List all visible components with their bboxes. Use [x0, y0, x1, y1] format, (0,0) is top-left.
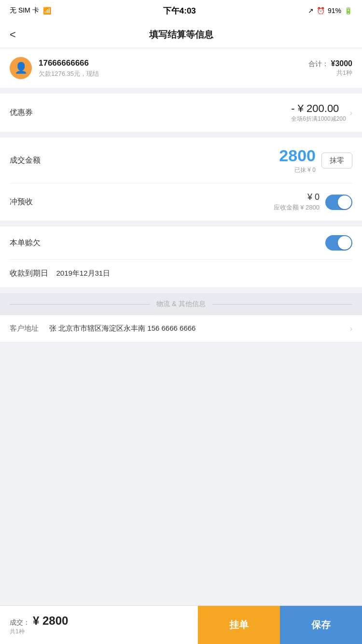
battery-level: 91% — [328, 7, 341, 14]
status-right: ↗ ⏰ 91% 🔋 — [308, 7, 352, 14]
address-value: 张 北京市市辖区海淀区永丰南 156 6666 6666 — [43, 324, 350, 333]
deal-amount-section: 成交金额 2800 已抹 ¥ 0 抹零 冲预收 ¥ 0 应收金额 ¥ 2800 — [0, 138, 362, 221]
customer-total-amount: ¥3000 — [331, 59, 353, 68]
address-card[interactable]: 客户地址 张 北京市市辖区海淀区永丰南 156 6666 6666 › — [0, 315, 362, 342]
customer-info: 17666666666 欠款1276.35元，现结 — [39, 58, 99, 78]
bottom-bar: 成交： ¥ 2800 共1种 挂单 保存 — [0, 605, 362, 644]
page-title: 填写结算等信息 — [149, 28, 213, 41]
deal-amount-sub: 已抹 ¥ 0 — [279, 166, 316, 174]
sim-status: 无 SIM 卡 — [10, 6, 39, 15]
round-zero-button[interactable]: 抹零 — [321, 153, 352, 168]
avatar: 👤 — [10, 57, 32, 79]
debt-section: 本单赊欠 收款到期日 2019年12月31日 — [0, 226, 362, 287]
bottom-deal-label: 成交： — [10, 618, 30, 627]
due-date-label: 收款到期日 2019年12月31日 — [10, 268, 110, 279]
due-date-row: 收款到期日 2019年12月31日 — [10, 260, 352, 287]
coupon-label: 优惠券 — [10, 108, 33, 118]
customer-count: 共1种 — [308, 69, 352, 77]
customer-card: 👤 17666666666 欠款1276.35元，现结 合计： ¥3000 共1… — [0, 48, 362, 88]
status-bar: 无 SIM 卡 📶 下午4:03 ↗ ⏰ 91% 🔋 — [0, 0, 362, 21]
customer-total-label: 合计： — [308, 60, 329, 68]
wifi-icon: 📶 — [43, 7, 51, 14]
due-date-value: 2019年12月31日 — [56, 269, 110, 277]
spacer — [0, 342, 362, 409]
chong-precollect-right: ¥ 0 应收金额 ¥ 2800 — [274, 192, 352, 212]
customer-phone: 17666666666 — [39, 58, 99, 68]
deal-amount-right: 2800 已抹 ¥ 0 抹零 — [279, 146, 352, 174]
deal-amount-row: 成交金额 2800 已抹 ¥ 0 抹零 — [10, 138, 352, 183]
avatar-icon: 👤 — [14, 62, 28, 74]
status-left: 无 SIM 卡 📶 — [10, 6, 51, 15]
debt-right — [325, 235, 352, 251]
battery-icon: 🔋 — [344, 7, 352, 14]
customer-left: 👤 17666666666 欠款1276.35元，现结 — [10, 57, 99, 79]
chong-toggle[interactable] — [325, 195, 352, 210]
content-area: 👤 17666666666 欠款1276.35元，现结 合计： ¥3000 共1… — [0, 48, 362, 453]
status-time: 下午4:03 — [163, 5, 196, 16]
deal-amount-label: 成交金额 — [10, 155, 41, 166]
alarm-icon: ⏰ — [317, 7, 325, 14]
address-chevron-icon: › — [350, 324, 352, 333]
address-label: 客户地址 — [10, 324, 43, 333]
coupon-discount: - ¥ 200.00 — [291, 102, 346, 115]
customer-debt: 欠款1276.35元，现结 — [39, 70, 99, 78]
divider-line-left — [10, 304, 150, 305]
location-icon: ↗ — [308, 7, 314, 14]
customer-right: 合计： ¥3000 共1种 — [308, 59, 352, 77]
bottom-total-row: 成交： ¥ 2800 — [10, 614, 188, 628]
chong-values: ¥ 0 应收金额 ¥ 2800 — [274, 192, 320, 212]
coupon-right: - ¥ 200.00 全场6折满1000减200 › — [291, 102, 352, 123]
logistics-divider: 物流 & 其他信息 — [0, 293, 362, 315]
bottom-deal-amount: ¥ 2800 — [33, 614, 68, 628]
chong-sub: 应收金额 ¥ 2800 — [274, 203, 320, 212]
debt-row: 本单赊欠 — [10, 226, 352, 260]
back-button[interactable]: < — [10, 28, 16, 41]
nav-bar: < 填写结算等信息 — [0, 21, 362, 48]
logistics-divider-text: 物流 & 其他信息 — [156, 300, 205, 308]
bottom-count: 共1种 — [10, 628, 188, 636]
toggle-circle — [338, 196, 351, 209]
hang-order-button[interactable]: 挂单 — [198, 606, 280, 644]
coupon-desc: 全场6折满1000减200 — [291, 115, 346, 123]
chong-amount: ¥ 0 — [307, 192, 320, 202]
coupon-row[interactable]: 优惠券 - ¥ 200.00 全场6折满1000减200 › — [0, 94, 362, 132]
debt-toggle[interactable] — [325, 235, 352, 251]
chong-precollect-label: 冲预收 — [10, 197, 33, 207]
bottom-summary: 成交： ¥ 2800 共1种 — [0, 614, 198, 636]
divider-line-right — [212, 304, 352, 305]
save-button[interactable]: 保存 — [280, 606, 362, 644]
deal-amount-value: 2800 — [279, 146, 316, 165]
debt-label: 本单赊欠 — [10, 238, 41, 248]
customer-total-row: 合计： ¥3000 — [308, 59, 352, 69]
debt-toggle-circle — [338, 236, 351, 250]
coupon-chevron-icon: › — [350, 109, 352, 117]
chong-precollect-row: 冲预收 ¥ 0 应收金额 ¥ 2800 — [10, 183, 352, 221]
